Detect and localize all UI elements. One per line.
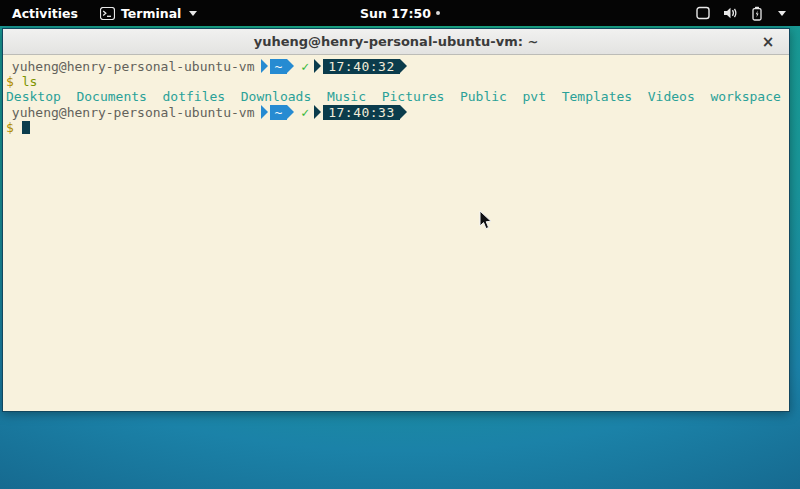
terminal-caret [22, 121, 30, 134]
prompt-path: ~ [270, 105, 288, 120]
command-line: $ ls [6, 74, 786, 89]
directory-name: Desktop [6, 89, 61, 104]
ls-output-line: Desktop Documents dotfiles Downloads Mus… [6, 89, 786, 104]
command-text: ls [22, 74, 38, 89]
prompt-user: yuheng@henry-personal-ubuntu-vm [6, 105, 255, 120]
prompt-time: 17:40:32 [323, 59, 400, 74]
prompt-path: ~ [270, 59, 288, 74]
terminal-window: yuheng@henry-personal-ubuntu-vm: ~ × yuh… [2, 28, 790, 412]
prompt-time: 17:40:33 [323, 105, 400, 120]
chevron-down-icon [189, 11, 197, 16]
window-titlebar[interactable]: yuheng@henry-personal-ubuntu-vm: ~ × [3, 29, 789, 55]
top-panel: Activities Terminal Sun 17:50 [0, 0, 800, 26]
powerline-time-segment: 17:40:32 [314, 59, 407, 74]
powerline-time-segment: 17:40:33 [314, 105, 407, 120]
panel-left: Activities Terminal [0, 0, 207, 26]
prompt-line: yuheng@henry-personal-ubuntu-vm ~ ✓ 17:4… [6, 58, 786, 74]
battery-charging-icon [751, 6, 763, 21]
directory-name: Videos [648, 89, 695, 104]
app-menu-label: Terminal [121, 6, 181, 21]
window-title: yuheng@henry-personal-ubuntu-vm: ~ [254, 34, 539, 49]
directory-name: dotfiles [163, 89, 226, 104]
powerline-path-segment: ~ [261, 59, 295, 74]
terminal-content[interactable]: yuheng@henry-personal-ubuntu-vm ~ ✓ 17:4… [3, 55, 789, 411]
clock-label: Sun 17:50 [360, 6, 431, 21]
powerline-path-segment: ~ [261, 105, 295, 120]
directory-name: Documents [76, 89, 146, 104]
activities-button[interactable]: Activities [0, 0, 90, 26]
check-icon: ✓ [301, 59, 309, 74]
system-menu[interactable] [688, 0, 794, 26]
clock-button[interactable]: Sun 17:50 [360, 0, 440, 26]
directory-name: workspace [710, 89, 780, 104]
directory-name: Downloads [241, 89, 311, 104]
current-input-line: $ [6, 120, 786, 135]
check-icon: ✓ [301, 105, 309, 120]
prompt-symbol: $ [6, 120, 14, 135]
directory-name: Music [327, 89, 366, 104]
activities-label: Activities [12, 6, 78, 21]
prompt-line: yuheng@henry-personal-ubuntu-vm ~ ✓ 17:4… [6, 104, 786, 120]
close-button[interactable]: × [757, 29, 779, 55]
directory-name: Pictures [382, 89, 445, 104]
volume-icon [723, 6, 738, 20]
prompt-user: yuheng@henry-personal-ubuntu-vm [6, 59, 255, 74]
directory-name: pvt [523, 89, 546, 104]
app-menu-terminal[interactable]: Terminal [90, 0, 207, 26]
directory-name: Templates [562, 89, 632, 104]
prompt-symbol: $ [6, 74, 14, 89]
directory-name: Public [460, 89, 507, 104]
screen-icon [696, 6, 710, 20]
notification-dot [436, 11, 440, 15]
chevron-down-icon [778, 11, 786, 16]
terminal-icon [100, 7, 115, 20]
